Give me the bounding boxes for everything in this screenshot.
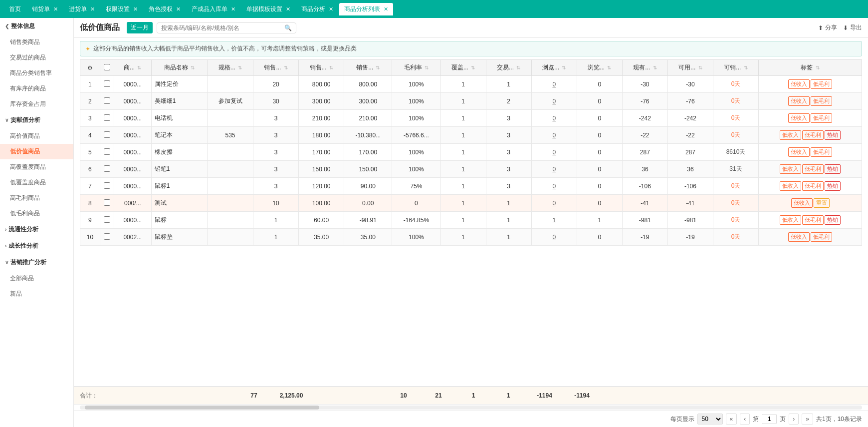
view1-link[interactable]: 0 <box>552 115 556 122</box>
th-saleable[interactable]: 可销... ⇅ <box>713 60 759 76</box>
cell-view1[interactable]: 0 <box>531 178 577 195</box>
sidebar-item-high-margin[interactable]: 高毛利商品 <box>0 190 73 206</box>
th-tags[interactable]: 标签 ⇅ <box>759 60 862 76</box>
view1-link[interactable]: 0 <box>552 200 556 207</box>
row-checkbox[interactable] <box>104 97 110 104</box>
th-code[interactable]: 商... ⇅ <box>114 60 151 76</box>
sidebar-group-overall[interactable]: ❮ 整体信息 <box>0 18 73 34</box>
row-checkbox[interactable] <box>104 216 110 223</box>
cell-view1[interactable]: 0 <box>531 229 577 246</box>
export-button[interactable]: ⬇ 导出 <box>843 23 862 32</box>
view1-link[interactable]: 0 <box>552 132 556 139</box>
view1-link[interactable]: 0 <box>552 98 556 105</box>
row-checkbox[interactable] <box>104 131 110 138</box>
row-checkbox[interactable] <box>104 114 110 121</box>
search-icon[interactable]: 🔍 <box>284 24 292 31</box>
th-available[interactable]: 可用... ⇅ <box>667 60 713 76</box>
cell-checkbox[interactable] <box>100 127 114 144</box>
view1-link[interactable]: 0 <box>552 81 556 88</box>
cell-checkbox[interactable] <box>100 93 114 110</box>
cell-checkbox[interactable] <box>100 76 114 93</box>
view1-link[interactable]: 0 <box>552 183 556 190</box>
row-checkbox[interactable] <box>104 165 110 172</box>
row-checkbox[interactable] <box>104 199 110 206</box>
nav-sales-order[interactable]: 销货单 ✕ <box>27 3 63 15</box>
th-gross-rate[interactable]: 毛利率 ⇅ <box>392 60 440 76</box>
cell-view1[interactable]: 0 <box>531 76 577 93</box>
cell-checkbox[interactable] <box>100 212 114 229</box>
sidebar-group-marketing[interactable]: ∨ 营销推广分析 <box>0 254 73 271</box>
period-button[interactable]: 近一月 <box>127 22 153 33</box>
th-spec[interactable]: 规格... ⇅ <box>208 60 253 76</box>
cell-view1[interactable]: 0 <box>531 93 577 110</box>
nav-home[interactable]: 首页 <box>4 3 26 15</box>
cell-checkbox[interactable] <box>100 110 114 127</box>
sidebar-item-category-sales-rate[interactable]: 商品分类销售率 <box>0 65 73 81</box>
row-checkbox[interactable] <box>104 233 110 240</box>
nav-product-inbound[interactable]: 产成品入库单 ✕ <box>187 3 240 15</box>
view1-link[interactable]: 1 <box>552 217 556 224</box>
sidebar-group-contribution[interactable]: ∨ 贡献值分析 <box>0 112 73 128</box>
select-all-checkbox[interactable] <box>104 64 110 70</box>
th-view1[interactable]: 浏览... ⇅ <box>531 60 577 76</box>
sidebar-item-new-products[interactable]: 新品 <box>0 286 73 302</box>
scroll-track[interactable] <box>80 406 862 410</box>
sidebar-item-low-coverage[interactable]: 低覆盖度商品 <box>0 175 73 190</box>
last-page-button[interactable]: » <box>802 414 813 425</box>
th-view2[interactable]: 浏览... ⇅ <box>577 60 622 76</box>
prev-page-button[interactable]: ‹ <box>740 414 750 425</box>
sidebar-item-high-value[interactable]: 高价值商品 <box>0 128 73 144</box>
cell-view1[interactable]: 0 <box>531 161 577 178</box>
nav-template-settings[interactable]: 单据模板设置 ✕ <box>241 3 295 15</box>
sidebar-item-sales-products[interactable]: 销售类商品 <box>0 34 73 50</box>
view1-link[interactable]: 0 <box>552 149 556 156</box>
per-page-select[interactable]: 50 100 200 <box>697 414 723 425</box>
th-name[interactable]: 商品名称 ⇅ <box>151 60 207 76</box>
cell-checkbox[interactable] <box>100 229 114 246</box>
sidebar-group-liquidity[interactable]: › 流通性分析 <box>0 221 73 238</box>
sidebar-item-low-margin[interactable]: 低毛利商品 <box>0 206 73 221</box>
th-sale-qty[interactable]: 销售... ⇅ <box>253 60 299 76</box>
table-container[interactable]: ⚙ 商... ⇅ 商品名称 ⇅ 规格... ⇅ 销售... ⇅ 销售... ⇅ … <box>74 59 868 386</box>
cell-view1[interactable]: 0 <box>531 127 577 144</box>
first-page-button[interactable]: « <box>726 414 737 425</box>
th-trade[interactable]: 交易... ⇅ <box>486 60 531 76</box>
horizontal-scrollbar[interactable] <box>74 404 868 411</box>
th-sale-amount[interactable]: 销售... ⇅ <box>299 60 344 76</box>
nav-purchase-order[interactable]: 进货单 ✕ <box>64 3 100 15</box>
cell-view1[interactable]: 1 <box>531 212 577 229</box>
cell-checkbox[interactable] <box>100 161 114 178</box>
page-number-input[interactable] <box>762 414 777 424</box>
nav-permissions[interactable]: 权限设置 ✕ <box>101 3 143 15</box>
cell-checkbox[interactable] <box>100 178 114 195</box>
sidebar-item-traded-products[interactable]: 交易过的商品 <box>0 50 73 65</box>
row-checkbox[interactable] <box>104 80 110 87</box>
sidebar-item-low-value[interactable]: 低价值商品 <box>0 144 73 159</box>
view1-link[interactable]: 0 <box>552 234 556 241</box>
th-checkbox[interactable] <box>100 60 114 76</box>
next-page-button[interactable]: › <box>789 414 799 425</box>
cell-view1[interactable]: 0 <box>531 110 577 127</box>
cell-view1[interactable]: 0 <box>531 195 577 212</box>
sidebar-item-inventory-capital[interactable]: 库存资金占用 <box>0 96 73 112</box>
th-current-stock[interactable]: 现有... ⇅ <box>622 60 667 76</box>
th-sale-cost[interactable]: 销售... ⇅ <box>344 60 392 76</box>
nav-role-auth[interactable]: 角色授权 ✕ <box>144 3 186 15</box>
cell-view1[interactable]: 0 <box>531 144 577 161</box>
sidebar-item-stock-products[interactable]: 有库序的商品 <box>0 81 73 96</box>
row-checkbox[interactable] <box>104 148 110 155</box>
view1-link[interactable]: 0 <box>552 166 556 173</box>
sidebar-item-high-coverage[interactable]: 高覆盖度商品 <box>0 159 73 175</box>
th-settings[interactable]: ⚙ <box>80 60 100 76</box>
cell-checkbox[interactable] <box>100 195 114 212</box>
share-button[interactable]: ⬆ 分享 <box>818 23 837 32</box>
search-input[interactable] <box>161 24 282 31</box>
th-coverage[interactable]: 覆盖... ⇅ <box>440 60 486 76</box>
nav-product-analysis-list[interactable]: 商品分析列表 ✕ <box>339 3 393 15</box>
nav-product-analysis[interactable]: 商品分析 ✕ <box>296 3 338 15</box>
scroll-thumb[interactable] <box>85 406 319 410</box>
sidebar-item-all-products[interactable]: 全部商品 <box>0 271 73 286</box>
sidebar-group-growth[interactable]: › 成长性分析 <box>0 238 73 254</box>
row-checkbox[interactable] <box>104 182 110 189</box>
cell-checkbox[interactable] <box>100 144 114 161</box>
